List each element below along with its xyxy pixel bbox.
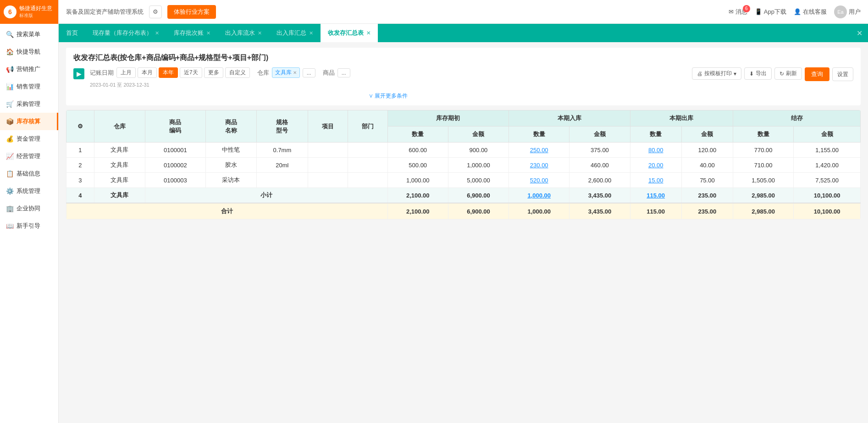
- date-btn-7days[interactable]: 近7天: [180, 67, 202, 78]
- query-button[interactable]: 查询: [805, 67, 829, 81]
- config-button[interactable]: ⚙: [149, 5, 162, 18]
- date-btn-this-year[interactable]: 本年: [159, 67, 178, 78]
- subtotal-opening-qty: 2,100.00: [387, 188, 448, 203]
- total-row: 合计 2,100.00 6,900.00 1,000.00 3,435.00 1…: [66, 203, 861, 220]
- sidebar-item-enterprise[interactable]: 🏢 企业协同: [0, 200, 58, 217]
- user-label: 用户: [849, 8, 861, 16]
- export-button[interactable]: ⬇ 导出: [744, 67, 772, 80]
- service-button[interactable]: 👤 在线客服: [794, 8, 827, 16]
- filter-row1: 记账日期 上月 本月 本年 近7天 更多 自定义 仓库: [90, 67, 686, 78]
- th-settings[interactable]: ⚙: [66, 110, 94, 143]
- warehouse-filter-section: 仓库 文具库 ✕ ...: [257, 67, 315, 78]
- sidebar-item-operation[interactable]: 📈 经营管理: [0, 148, 58, 165]
- date-btn-more[interactable]: 更多: [204, 67, 223, 78]
- subtotal-out-qty[interactable]: 115.00: [630, 188, 681, 203]
- tab-stock-dist-label: 现存量（库存分布表）: [93, 29, 152, 37]
- sidebar-item-marketing[interactable]: 📢 营销推广: [0, 60, 58, 78]
- row3-in-qty[interactable]: 520.00: [509, 173, 569, 188]
- subtotal-in-qty[interactable]: 1,000.00: [509, 188, 569, 203]
- row3-spec: [256, 173, 308, 188]
- refresh-button[interactable]: ↻ 刷新: [774, 67, 802, 80]
- goods-more-button[interactable]: ...: [337, 68, 350, 77]
- filter-toggle-button[interactable]: ▶: [73, 68, 84, 79]
- sales-icon: 📊: [6, 82, 14, 91]
- tab-rec-send-summary[interactable]: 收发存汇总表 ✕: [321, 24, 378, 42]
- topbar: 装备及固定资产辅助管理系统 ⚙ 体验行业方案 ✉ 消息 6 📱 App下载 👤 …: [59, 0, 868, 24]
- row3-in-amt: 2,600.00: [569, 173, 630, 188]
- row1-dept: [348, 143, 387, 158]
- row3-out-amt: 75.00: [681, 173, 733, 188]
- tab-inout-flow[interactable]: 出入库流水 ✕: [218, 24, 269, 42]
- th-goods-code: 商品编码: [145, 110, 205, 143]
- tab-close-icon[interactable]: ✕: [206, 30, 210, 36]
- tab-stock-dist[interactable]: 现存量（库存分布表） ✕: [85, 24, 166, 42]
- sidebar-item-label: 销售管理: [17, 82, 40, 91]
- sidebar-item-guide[interactable]: 📖 新手引导: [0, 217, 58, 235]
- sidebar-item-label: 经营管理: [17, 152, 40, 160]
- row2-no: 2: [66, 158, 94, 173]
- tab-close-icon[interactable]: ✕: [366, 30, 370, 36]
- tab-close-icon[interactable]: ✕: [309, 30, 313, 36]
- sidebar-item-quick-nav[interactable]: 🏠 快捷导航: [0, 43, 58, 60]
- date-filter-section: 记账日期 上月 本月 本年 近7天 更多 自定义: [90, 67, 250, 78]
- row2-out-amt: 40.00: [681, 158, 733, 173]
- print-button[interactable]: 🖨 按模板打印 ▾: [692, 67, 741, 80]
- sidebar-item-label: 基础信息: [17, 170, 40, 178]
- subtotal-warehouse: 文具库: [94, 188, 145, 203]
- goods-filter-label: 商品: [323, 69, 335, 77]
- sidebar-item-purchase[interactable]: 🛒 采购管理: [0, 95, 58, 113]
- tab-bar-close-icon[interactable]: ✕: [851, 29, 868, 38]
- tab-batch-label: 库存批次账: [174, 29, 204, 37]
- tab-close-icon[interactable]: ✕: [258, 30, 262, 36]
- experience-button[interactable]: 体验行业方案: [167, 5, 216, 19]
- expand-conditions-button[interactable]: ∨ 展开更多条件: [369, 92, 408, 100]
- row1-project: [308, 143, 348, 158]
- tab-close-icon[interactable]: ✕: [155, 30, 159, 36]
- th-in-qty: 数量: [509, 126, 569, 143]
- inventory-icon: 📦: [6, 117, 14, 126]
- row3-goods-code: 0100003: [145, 173, 205, 188]
- sidebar-item-finance[interactable]: 💰 资金管理: [0, 130, 58, 148]
- row1-in-qty[interactable]: 250.00: [509, 143, 569, 158]
- th-dept: 部门: [348, 110, 387, 143]
- sidebar-item-sales[interactable]: 📊 销售管理: [0, 78, 58, 95]
- tab-home[interactable]: 首页: [59, 24, 85, 42]
- row1-no: 1: [66, 143, 94, 158]
- warehouse-tag[interactable]: 文具库 ✕: [272, 67, 300, 78]
- date-buttons: 上月 本月 本年 近7天 更多 自定义: [116, 67, 250, 78]
- warehouse-tag-close-icon[interactable]: ✕: [293, 70, 297, 75]
- settings-button[interactable]: 设置: [832, 67, 853, 81]
- warehouse-more-button[interactable]: ...: [303, 68, 315, 77]
- sidebar-item-search[interactable]: 🔍 搜索菜单: [0, 26, 58, 43]
- row2-dept: [348, 158, 387, 173]
- row3-closing-qty: 1,505.00: [733, 173, 794, 188]
- subtotal-in-amt: 3,435.00: [569, 188, 630, 203]
- message-button[interactable]: ✉ 消息 6: [729, 8, 747, 16]
- tab-inout-summary[interactable]: 出入库汇总 ✕: [269, 24, 321, 42]
- tab-inout-summary-label: 出入库汇总: [276, 29, 306, 37]
- row3-out-qty[interactable]: 15.00: [630, 173, 681, 188]
- user-menu[interactable]: Ea 用户: [834, 5, 861, 18]
- row2-in-qty[interactable]: 230.00: [509, 158, 569, 173]
- row2-out-qty[interactable]: 20.00: [630, 158, 681, 173]
- sidebar-item-label: 采购管理: [17, 100, 40, 108]
- date-btn-custom[interactable]: 自定义: [225, 67, 250, 78]
- content-area: 收发存汇总表(按仓库+商品编码+商品+规格型号+项目+部门) ▶ 记账日期 上月…: [59, 42, 868, 423]
- row1-out-qty[interactable]: 80.00: [630, 143, 681, 158]
- app-download-button[interactable]: 📱 App下载: [755, 8, 786, 16]
- page-title: 收发存汇总表(按仓库+商品编码+商品+规格型号+项目+部门): [73, 53, 853, 63]
- sidebar-item-system[interactable]: ⚙️ 系统管理: [0, 182, 58, 200]
- th-opening-amt: 金额: [448, 126, 509, 143]
- app-label: App下载: [764, 8, 786, 16]
- date-btn-this-month[interactable]: 本月: [138, 67, 157, 78]
- date-btn-prev-month[interactable]: 上月: [116, 67, 136, 78]
- sidebar-item-label: 快捷导航: [17, 48, 40, 56]
- sidebar-item-inventory[interactable]: 📦 库存核算: [0, 113, 58, 130]
- logo-text: 畅捷通好生意 标准版: [19, 5, 52, 19]
- export-label: 导出: [756, 70, 767, 77]
- sidebar-item-basic-info[interactable]: 📋 基础信息: [0, 165, 58, 182]
- print-label: 按模板打印: [704, 70, 732, 77]
- table-wrap: ⚙ 仓库 商品编码 商品名称 规格型号 项目 部门 库存期初 本期入库 本期出库…: [66, 110, 861, 220]
- tab-batch[interactable]: 库存批次账 ✕: [166, 24, 218, 42]
- row3-opening-qty: 1,000.00: [387, 173, 448, 188]
